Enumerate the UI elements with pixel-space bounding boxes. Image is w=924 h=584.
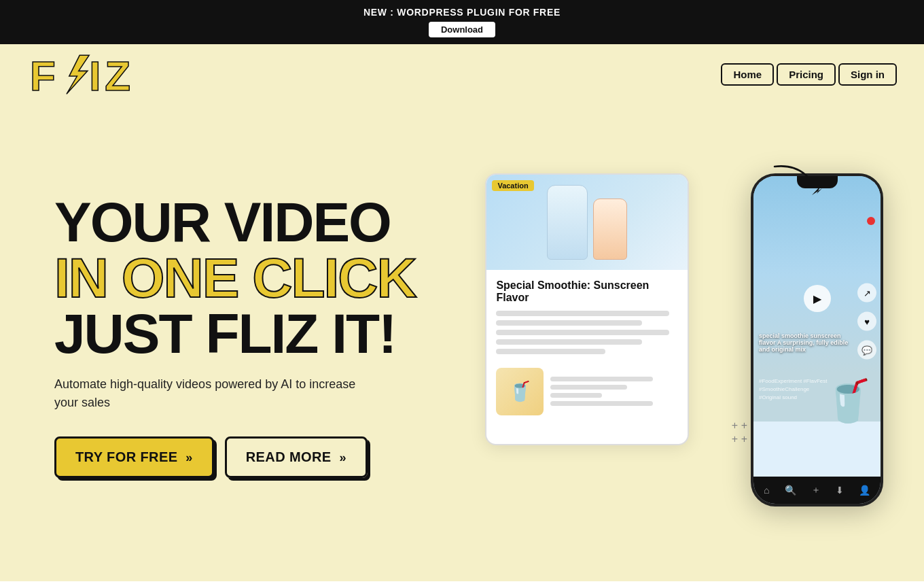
chevron-icon-2: »: [340, 451, 346, 464]
bottle-1: [547, 185, 588, 260]
svg-text:Z: Z: [105, 52, 130, 99]
navbar: F I Z Home Pricing Sign in: [0, 44, 924, 105]
blog-line: [496, 311, 669, 316]
hero-subtitle: Automate high-quality videos powered by …: [54, 375, 380, 412]
blog-line: [496, 339, 641, 345]
blog-card-footer: 🥤: [486, 361, 688, 422]
blog-line: [496, 320, 641, 326]
hero-buttons: TRY FOR FREE » READ MORE »: [54, 436, 448, 478]
phone-mockup: ▶ 🥤 ↗ ♥ 💬 special smoothie sunscreen fla…: [751, 173, 883, 506]
phone-caption: special smoothie sunscreen flavor A surp…: [759, 332, 856, 353]
hero-image: + + + + + blog.com/your-article Vacation…: [485, 160, 883, 513]
blog-line: [496, 330, 669, 335]
how-it-works-section: HOW IT WORKS: [0, 581, 924, 584]
blog-title: Special Smoothie: Sunscreen Flavor: [496, 279, 678, 304]
bottle-2: [593, 199, 627, 260]
svg-text:F: F: [30, 52, 56, 99]
search-nav-icon[interactable]: 🔍: [785, 485, 796, 496]
blog-thumb-lines: [550, 377, 678, 406]
chevron-icon: »: [185, 451, 192, 464]
comment-icon[interactable]: 💬: [857, 341, 876, 360]
phone-nav-bar: ⌂ 🔍 ＋ ⬇ 👤: [753, 477, 881, 504]
blog-thumbnail: 🥤: [496, 368, 544, 415]
blog-content-lines: [496, 311, 678, 354]
read-more-button[interactable]: READ MORE »: [225, 436, 368, 478]
phone-action-buttons: ↗ ♥ 💬: [857, 284, 876, 360]
hero-title-line1: YOUR VIDEO: [54, 194, 448, 250]
blog-card-image: Vacation: [486, 175, 688, 270]
hero-text: YOUR VIDEO IN ONE CLICK JUST FLIZ IT! Au…: [54, 194, 448, 478]
nav-home[interactable]: Home: [721, 63, 774, 86]
recording-indicator: [867, 217, 875, 225]
download-button[interactable]: Download: [429, 22, 495, 37]
phone-hashtags: #FoodExperiment #FlavFest#SmoothieChalle…: [759, 377, 856, 402]
plus-decoration: + +: [732, 433, 747, 445]
vacation-tag: Vacation: [492, 180, 533, 191]
hero-title-line3: JUST FLIZ IT!: [54, 306, 448, 362]
logo[interactable]: F I Z: [27, 51, 143, 99]
phone-screen: ▶ 🥤 ↗ ♥ 💬 special smoothie sunscreen fla…: [753, 176, 881, 504]
try-for-free-button[interactable]: TRY FOR FREE »: [54, 436, 214, 478]
top-banner: NEW : WORDPRESS PLUGIN FOR FREE Download: [0, 0, 924, 44]
banner-text: NEW : WORDPRESS PLUGIN FOR FREE: [0, 7, 924, 18]
heart-icon[interactable]: ♥: [857, 312, 876, 331]
play-button[interactable]: ▶: [804, 285, 831, 312]
blog-thumb-line: [550, 401, 652, 406]
nav-links: Home Pricing Sign in: [721, 63, 897, 86]
download-nav-icon[interactable]: ⬇: [836, 485, 844, 496]
blog-line: [496, 349, 605, 354]
profile-nav-icon[interactable]: 👤: [859, 485, 870, 496]
add-nav-icon[interactable]: ＋: [811, 484, 821, 496]
hero-section: YOUR VIDEO IN ONE CLICK JUST FLIZ IT! Au…: [0, 105, 924, 581]
home-nav-icon[interactable]: ⌂: [764, 485, 769, 496]
nav-pricing[interactable]: Pricing: [777, 63, 836, 86]
share-icon[interactable]: ↗: [857, 284, 876, 303]
hero-title-line2: IN ONE CLICK: [54, 250, 448, 306]
plus-decoration: + +: [732, 419, 747, 432]
blog-card: blog.com/your-article Vacation Special S…: [485, 173, 689, 445]
rec-dot: [867, 217, 875, 225]
svg-text:I: I: [89, 52, 101, 99]
nav-signin[interactable]: Sign in: [838, 63, 897, 86]
svg-marker-1: [67, 55, 89, 94]
phone-notch: [797, 176, 838, 188]
phone-video-bg: ▶ 🥤 ↗ ♥ 💬 special smoothie sunscreen fla…: [753, 176, 881, 422]
blog-thumb-line: [550, 377, 652, 381]
blog-card-body: Special Smoothie: Sunscreen Flavor: [486, 270, 688, 361]
blog-thumb-line: [550, 393, 601, 398]
blog-thumb-line: [550, 385, 627, 390]
